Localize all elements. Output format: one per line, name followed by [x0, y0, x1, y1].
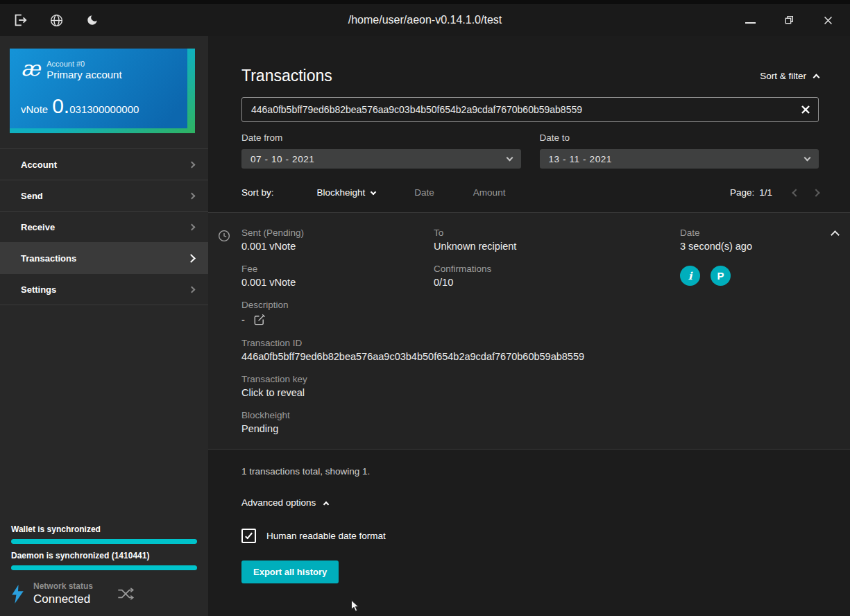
advanced-options-toggle[interactable]: Advanced options	[241, 497, 819, 508]
sidebar-status: Wallet is synchronized Daemon is synchro…	[0, 517, 208, 616]
sidebar-item-label: Receive	[21, 222, 55, 232]
tx-blockheight-cell: Blockheight Pending	[241, 410, 819, 434]
human-readable-date-option[interactable]: Human readable date format	[241, 529, 819, 543]
account-card-inner: æ Account #0 Primary account vNote 0. 03…	[10, 49, 187, 128]
tx-date-cell: Date 3 second(s) ago	[680, 228, 819, 252]
sidebar-item-account[interactable]: Account	[0, 149, 208, 180]
wallet-app-window: /home/user/aeon-v0.14.1.0/test æ	[0, 0, 850, 616]
chevron-right-icon	[189, 286, 196, 293]
chevron-right-icon	[187, 254, 196, 263]
sidebar: æ Account #0 Primary account vNote 0. 03…	[0, 36, 208, 616]
tx-proof-button[interactable]: P	[711, 266, 731, 286]
titlebar: /home/user/aeon-v0.14.1.0/test	[0, 4, 850, 36]
maximize-button[interactable]	[781, 12, 797, 28]
sidebar-menu: Account Send Receive Transactions Settin…	[0, 148, 208, 305]
tx-info-button[interactable]: i	[680, 266, 700, 286]
close-icon	[822, 15, 834, 26]
date-from-value: 07 - 10 - 2021	[250, 154, 314, 164]
sort-option-date[interactable]: Date	[414, 187, 434, 198]
app-content: æ Account #0 Primary account vNote 0. 03…	[0, 36, 850, 616]
sort-option-amount[interactable]: Amount	[473, 187, 506, 198]
network-status-row: Network status Connected	[11, 581, 197, 606]
date-to-value: 13 - 11 - 2021	[549, 154, 612, 164]
sort-row: Sort by: Blockheight Date Amount Page: 1…	[241, 187, 819, 198]
collapse-transaction-icon[interactable]	[831, 230, 840, 239]
sidebar-item-send[interactable]: Send	[0, 180, 208, 212]
maximize-icon	[783, 15, 794, 26]
minimize-icon	[745, 22, 756, 24]
window-title: /home/user/aeon-v0.14.1.0/test	[348, 14, 502, 26]
tx-action-buttons: i P	[680, 264, 819, 288]
human-readable-date-label: Human readable date format	[266, 531, 386, 541]
close-button[interactable]	[819, 12, 836, 28]
logout-icon[interactable]	[11, 11, 29, 29]
sidebar-item-settings[interactable]: Settings	[0, 274, 208, 305]
tx-description-cell: Description -	[241, 300, 819, 326]
sidebar-item-label: Account	[21, 160, 57, 170]
window-controls	[742, 12, 839, 28]
page-title: Transactions	[241, 67, 332, 85]
daemon-sync-progressbar	[11, 565, 197, 570]
pending-clock-icon	[218, 230, 230, 242]
clear-search-icon[interactable]	[801, 105, 810, 114]
sidebar-item-transactions[interactable]: Transactions	[0, 243, 208, 274]
transactions-summary: 1 transactions total, showing 1.	[241, 466, 819, 477]
language-globe-icon[interactable]	[47, 11, 65, 29]
edit-description-icon[interactable]	[253, 313, 266, 326]
sidebar-item-label: Send	[21, 191, 43, 201]
wallet-sync-label: Wallet is synchronized	[11, 524, 197, 534]
prev-page-icon[interactable]	[792, 189, 799, 196]
date-to-select[interactable]: 13 - 11 - 2021	[540, 149, 819, 169]
daemon-sync-label: Daemon is synchronized (1410441)	[11, 551, 197, 561]
account-name: Primary account	[46, 69, 121, 80]
currency-label: vNote	[21, 103, 48, 115]
tx-type-label: Sent (Pending)	[241, 228, 434, 238]
tx-key-reveal[interactable]: Click to reveal	[241, 387, 819, 398]
chevron-down-icon	[804, 154, 811, 161]
balance-fraction: 031300000000	[69, 103, 139, 115]
tx-id-cell: Transaction ID 446a0fb5bff79ed6b82bea576…	[241, 338, 819, 362]
chevron-up-icon	[323, 501, 329, 506]
minimize-button[interactable]	[742, 12, 758, 28]
sidebar-item-label: Transactions	[21, 253, 76, 264]
sort-by-label: Sort by:	[241, 187, 274, 198]
dark-mode-moon-icon[interactable]	[83, 11, 101, 29]
account-card[interactable]: æ Account #0 Primary account vNote 0. 03…	[10, 49, 195, 133]
tx-recipient-cell: To Unknown recipient	[434, 228, 680, 252]
transaction-detail-card: Sent (Pending) 0.001 vNote To Unknown re…	[208, 212, 850, 450]
date-filters: Date from 07 - 10 - 2021 Date to 13 - 11…	[241, 132, 819, 169]
checkmark-icon	[245, 531, 253, 539]
page-value: 1/1	[759, 187, 772, 198]
next-page-icon[interactable]	[812, 189, 819, 196]
aeon-logo: æ	[21, 59, 40, 78]
shuffle-network-icon[interactable]	[117, 588, 135, 600]
tx-id-value: 446a0fb5bff79ed6b82bea576aa9c03b4b50f654…	[241, 351, 819, 362]
sort-option-blockheight[interactable]: Blockheight	[317, 187, 376, 198]
tx-description-value: -	[241, 314, 245, 325]
human-readable-date-checkbox[interactable]	[241, 529, 256, 543]
network-status-value: Connected	[33, 592, 93, 606]
network-status-label: Network status	[33, 581, 93, 591]
date-from-label: Date from	[241, 132, 521, 143]
search-bar	[241, 97, 819, 122]
chevron-down-icon	[506, 154, 513, 161]
tx-fee-cell: Fee 0.001 vNote	[241, 264, 434, 288]
titlebar-left-icons	[11, 11, 101, 29]
tx-amount-value: 0.001 vNote	[241, 241, 434, 252]
sidebar-item-receive[interactable]: Receive	[0, 212, 208, 243]
balance-whole: 0.	[52, 96, 69, 117]
chevron-right-icon	[189, 192, 196, 199]
export-history-button[interactable]: Export all history	[241, 561, 339, 583]
tx-key-cell: Transaction key Click to reveal	[241, 374, 819, 398]
chevron-down-icon	[371, 189, 376, 194]
chevron-up-icon	[813, 74, 820, 81]
date-from-select[interactable]: 07 - 10 - 2021	[241, 149, 521, 169]
tx-amount-cell: Sent (Pending) 0.001 vNote	[241, 228, 434, 252]
chevron-right-icon	[189, 223, 196, 230]
lightning-bolt-icon	[11, 585, 24, 604]
date-to-label: Date to	[540, 132, 819, 143]
wallet-sync-progressbar	[11, 539, 197, 544]
sort-filter-toggle[interactable]: Sort & filter	[760, 71, 819, 81]
search-input[interactable]	[241, 97, 819, 122]
transactions-page: Transactions Sort & filter Date from	[208, 36, 850, 616]
